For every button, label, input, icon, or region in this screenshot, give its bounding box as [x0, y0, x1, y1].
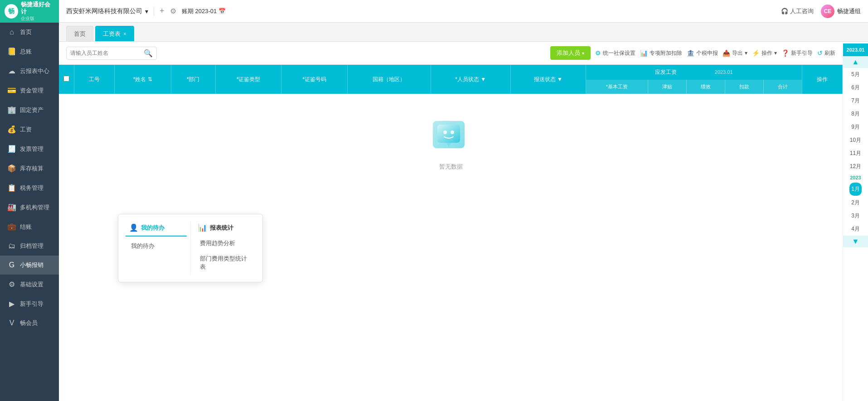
calendar-icon[interactable]: 📅: [218, 8, 226, 14]
sidebar-item-archive[interactable]: 🗂 归档管理: [0, 237, 59, 256]
popup-section2-label: 报表统计: [210, 224, 233, 232]
sidebar-item-fixed-assets[interactable]: 🏢 固定资产: [0, 100, 59, 120]
user-menu[interactable]: CE 畅捷通组: [821, 5, 861, 18]
sidebar-label-checkout: 结账: [20, 223, 32, 231]
my-todo-icon: 👤: [129, 223, 138, 232]
add-company-button[interactable]: +: [160, 6, 165, 16]
sidebar-label-home: 首页: [20, 28, 32, 36]
sidebar-label-ledger: 总账: [20, 48, 32, 56]
fund-icon: 💳: [7, 86, 16, 95]
popup-section2-title: 📊 报表统计: [194, 222, 256, 236]
xiaochang-report-icon: G: [7, 261, 16, 269]
archive-icon: 🗂: [7, 242, 16, 250]
sidebar-label-fund: 资金管理: [20, 87, 44, 95]
period-value: 2023-01: [195, 8, 217, 14]
popup-divider: [190, 222, 191, 275]
main-area: 西安虾米网络科技有限公司 ▾ + ⚙ 账期 2023-01 📅 🎧 人工咨询 C…: [59, 0, 868, 401]
multi-org-icon: 🏭: [7, 203, 16, 212]
popup-menu: 👤 我的待办 我的待办 📊 报表统计: [118, 214, 263, 282]
report-stats-icon: 📊: [198, 223, 207, 232]
sidebar-item-ledger[interactable]: 📒 总账: [0, 42, 59, 61]
chevron-down-icon: ▾: [145, 8, 148, 15]
ledger-icon: 📒: [7, 47, 16, 56]
expense-trend-label: 费用趋势分析: [200, 240, 235, 246]
sidebar-label-inventory: 库存核算: [20, 164, 44, 173]
tab-salary-table[interactable]: 工资表×: [95, 26, 134, 41]
cloud-reports-icon: ☁: [7, 67, 16, 75]
dept-expense-label: 部门费用类型统计表: [200, 255, 247, 270]
popup-inner: 👤 我的待办 我的待办 📊 报表统计: [126, 222, 255, 275]
sidebar-item-cloud-reports[interactable]: ☁ 云报表中心: [0, 61, 59, 81]
home-icon: ⌂: [7, 28, 16, 36]
expense-trend-item[interactable]: 费用趋势分析: [194, 236, 256, 251]
app-logo: 畅 畅捷通好会计 企业版: [0, 0, 59, 23]
logo-icon: 畅: [5, 4, 18, 19]
settings-icon[interactable]: ⚙: [170, 7, 176, 15]
sidebar-label-multi-org: 多机构管理: [20, 203, 49, 212]
sidebar-item-member[interactable]: V 畅会员: [0, 314, 59, 333]
topbar: 西安虾米网络科技有限公司 ▾ + ⚙ 账期 2023-01 📅 🎧 人工咨询 C…: [59, 0, 868, 23]
sidebar-nav: ⌂ 首页 📒 总账 ☁ 云报表中心 💳 资金管理 🏢 固定资产 💰 工资 🧾 发…: [0, 23, 59, 401]
salary-icon: 💰: [7, 125, 16, 134]
sidebar-item-home[interactable]: ⌂ 首页: [0, 23, 59, 42]
sidebar-label-member: 畅会员: [20, 319, 38, 327]
popup-overlay[interactable]: 👤 我的待办 我的待办 📊 报表统计: [59, 42, 868, 401]
tab-label-salary-table: 工资表: [103, 30, 121, 38]
tab-label-home: 首页: [74, 30, 86, 38]
my-todo-item[interactable]: 我的待办: [126, 238, 187, 254]
app-name: 畅捷通好会计: [21, 1, 54, 15]
tabbar: 首页工资表×: [59, 23, 868, 42]
sidebar-label-basic-settings: 基础设置: [20, 280, 44, 289]
member-icon: V: [7, 319, 16, 327]
checkout-icon: 💼: [7, 222, 16, 231]
tab-close-icon[interactable]: ×: [123, 31, 126, 37]
popup-col-2: 📊 报表统计 费用趋势分析 部门费用类型统计表: [194, 222, 256, 275]
inventory-icon: 📦: [7, 164, 16, 173]
sidebar-item-multi-org[interactable]: 🏭 多机构管理: [0, 198, 59, 217]
my-todo-label: 我的待办: [131, 242, 155, 249]
company-selector[interactable]: 西安虾米网络科技有限公司 ▾: [66, 7, 148, 15]
tax-icon: 📋: [7, 184, 16, 192]
username: 畅捷通组: [837, 7, 861, 15]
sidebar: 畅 畅捷通好会计 企业版 ⌂ 首页 📒 总账 ☁ 云报表中心 💳 资金管理 🏢 …: [0, 0, 59, 401]
invoice-icon: 🧾: [7, 145, 16, 153]
company-name: 西安虾米网络科技有限公司: [66, 7, 142, 15]
topbar-divider: [154, 7, 154, 16]
fixed-assets-icon: 🏢: [7, 106, 16, 114]
sidebar-label-cloud-reports: 云报表中心: [20, 67, 49, 75]
content-area: 🔍 添加人员 ▾ ⚙ 统一社保设置 📊 专项附加扣除: [59, 42, 868, 401]
sidebar-item-inventory[interactable]: 📦 库存核算: [0, 159, 59, 178]
guide-icon: ▶: [7, 300, 16, 308]
popup-section1-title: 👤 我的待办: [126, 222, 187, 237]
sidebar-label-invoice: 发票管理: [20, 145, 44, 153]
sidebar-item-salary[interactable]: 💰 工资: [0, 120, 59, 139]
sidebar-item-fund[interactable]: 💳 资金管理: [0, 81, 59, 100]
sidebar-label-guide: 新手引导: [20, 300, 44, 308]
sidebar-label-archive: 归档管理: [20, 242, 44, 250]
period-label: 账期: [182, 7, 194, 15]
popup-section1-label: 我的待办: [141, 224, 165, 232]
dept-expense-item[interactable]: 部门费用类型统计表: [194, 251, 256, 275]
sidebar-label-xiaochang-report: 小畅报销: [20, 261, 44, 269]
sidebar-item-basic-settings[interactable]: ⚙ 基础设置: [0, 275, 59, 294]
sidebar-label-fixed-assets: 固定资产: [20, 106, 44, 114]
support-label: 人工咨询: [790, 7, 814, 15]
topbar-right: 🎧 人工咨询 CE 畅捷通组: [781, 5, 861, 18]
popup-col-1: 👤 我的待办 我的待办: [126, 222, 187, 275]
headset-icon: 🎧: [781, 8, 788, 14]
sidebar-item-xiaochang-report[interactable]: G 小畅报销: [0, 256, 59, 275]
sidebar-item-checkout[interactable]: 💼 结账: [0, 217, 59, 237]
sidebar-item-invoice[interactable]: 🧾 发票管理: [0, 139, 59, 159]
support-button[interactable]: 🎧 人工咨询: [781, 7, 814, 15]
sidebar-label-salary: 工资: [20, 126, 32, 134]
sidebar-item-guide[interactable]: ▶ 新手引导: [0, 294, 59, 314]
sidebar-item-tax[interactable]: 📋 税务管理: [0, 178, 59, 198]
app-sub: 企业版: [21, 15, 54, 22]
sidebar-label-tax: 税务管理: [20, 184, 44, 192]
avatar: CE: [821, 5, 834, 18]
tab-home[interactable]: 首页: [66, 26, 93, 41]
basic-settings-icon: ⚙: [7, 280, 16, 289]
period-display: 账期 2023-01 📅: [182, 7, 226, 15]
